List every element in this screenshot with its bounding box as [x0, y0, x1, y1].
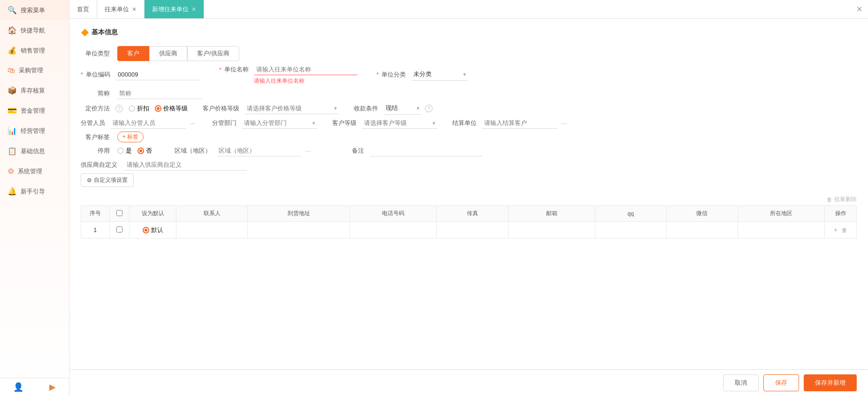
type-btn-customer[interactable]: 客户 [117, 46, 149, 61]
pricing-method-field: 定价方法 ? 折扣 价格等级 [81, 104, 188, 113]
pricing-radio-group: 折扣 价格等级 [129, 104, 188, 113]
save-new-button[interactable]: 保存并新增 [804, 374, 857, 391]
radio-discount-circle [129, 105, 135, 112]
add-row-btn[interactable]: + [834, 227, 837, 233]
select-all-checkbox[interactable] [116, 210, 122, 216]
sidebar-user-icon[interactable]: 👤 [13, 382, 23, 392]
finance-icon: 💳 [8, 106, 17, 115]
close-all-tabs[interactable]: ✕ [851, 0, 868, 18]
payment-terms-value[interactable]: 现结 [384, 102, 421, 115]
department-wrapper: ▼ [242, 117, 317, 129]
sidebar-item-search[interactable]: 🔍 搜索菜单 [0, 0, 69, 20]
sidebar-item-basic-info[interactable]: 📋 基础信息 [0, 141, 69, 161]
cell-phone[interactable] [350, 222, 437, 239]
supplier-custom-label: 供应商自定义 [81, 161, 121, 169]
sidebar-item-finance[interactable]: 💳 资金管理 [0, 101, 69, 121]
tab-close-icon[interactable]: ✕ [132, 6, 137, 13]
tab-home[interactable]: 首页 [69, 0, 97, 18]
tab-counterparty[interactable]: 往来单位 ✕ [97, 0, 145, 18]
save-button[interactable]: 保存 [763, 374, 799, 391]
batch-delete-button[interactable]: 🗑 批量删除 [827, 195, 857, 203]
cell-region[interactable] [738, 222, 825, 239]
contact-table-section: 🗑 批量删除 序号 设为默认 联系人 到货地址 电话号码 传真 [81, 195, 857, 239]
batch-delete-label: 批量删除 [834, 195, 857, 203]
cell-weixin[interactable] [666, 222, 738, 239]
region-input[interactable] [217, 145, 301, 156]
settlement-more-btn[interactable]: ··· [559, 119, 569, 127]
manager-more-btn[interactable]: ··· [188, 119, 197, 127]
manager-input[interactable] [111, 117, 186, 129]
col-address: 到货地址 [248, 206, 350, 222]
remark-input[interactable] [370, 145, 482, 156]
unit-code-input[interactable] [116, 69, 200, 80]
radio-disable-yes[interactable]: 是 [117, 147, 132, 155]
col-default [109, 206, 129, 222]
sidebar-item-system[interactable]: ⚙ 系统管理 [0, 161, 69, 181]
radio-disable-no[interactable]: 否 [137, 147, 152, 155]
contact-input[interactable] [193, 225, 231, 235]
region-more-btn[interactable]: ··· [303, 147, 312, 155]
payment-help-icon[interactable]: ? [425, 105, 433, 112]
customer-level-input[interactable] [362, 117, 437, 129]
tab-close-icon[interactable]: ✕ [191, 6, 196, 13]
delete-icon: 🗑 [827, 196, 832, 203]
type-btn-both[interactable]: 客户/供应商 [187, 46, 239, 61]
delete-row-btn[interactable]: 🗑 [842, 227, 847, 233]
short-name-input[interactable] [117, 88, 202, 99]
custom-settings-button[interactable]: ⚙ 自定义项设置 [81, 173, 134, 187]
sidebar-item-inventory[interactable]: 📦 库存核算 [0, 80, 69, 101]
unit-name-input[interactable] [254, 64, 358, 75]
address-input[interactable] [271, 225, 327, 235]
form-content: 🔶 基本信息 单位类型 客户 供应商 客户/供应商 * 单位编码 * [69, 19, 868, 369]
cancel-button[interactable]: 取消 [723, 374, 759, 391]
region-field: 区域（地区） ··· [175, 145, 312, 156]
unit-category-label: 单位分类 [381, 70, 410, 79]
type-btn-supplier[interactable]: 供应商 [149, 46, 187, 61]
customer-price-level-input[interactable] [245, 103, 339, 114]
pricing-help-icon[interactable]: ? [115, 105, 123, 112]
cell-seq: 1 [81, 222, 110, 239]
manager-row: 分管人员 ··· 分管部门 ▼ 客户等级 ▼ [81, 117, 857, 129]
weixin-input[interactable] [683, 225, 721, 235]
pricing-method-label: 定价方法 [81, 104, 114, 113]
sidebar-item-label: 新手引导 [21, 187, 45, 196]
disable-field: 停用 是 否 [81, 147, 152, 155]
customer-level-wrapper: ▼ [362, 117, 437, 129]
cell-contact[interactable] [176, 222, 248, 239]
row-checkbox[interactable] [116, 226, 122, 233]
fax-input[interactable] [454, 225, 491, 235]
sidebar-item-label: 基础信息 [21, 147, 45, 155]
sidebar-item-purchase[interactable]: 🛍 采购管理 [0, 61, 69, 80]
cell-email[interactable] [508, 222, 595, 239]
system-icon: ⚙ [8, 167, 14, 176]
sidebar-item-quick-nav[interactable]: 🏠 快捷导航 [0, 20, 69, 40]
sidebar-item-sales[interactable]: 💰 销售管理 [0, 40, 69, 61]
sidebar-item-operations[interactable]: 📊 经营管理 [0, 121, 69, 141]
radio-discount[interactable]: 折扣 [129, 104, 149, 113]
radio-price-level[interactable]: 价格等级 [155, 104, 188, 113]
region-cell-input[interactable] [758, 225, 805, 235]
settlement-unit-input[interactable] [482, 117, 557, 129]
add-tag-button[interactable]: + 标签 [117, 132, 144, 142]
sidebar-item-label: 系统管理 [18, 167, 42, 176]
cell-qq[interactable] [595, 222, 666, 239]
phone-input[interactable] [370, 225, 417, 235]
tab-new-counterparty[interactable]: 新增往来单位 ✕ [145, 0, 204, 18]
default-radio[interactable]: 默认 [132, 226, 173, 234]
department-input[interactable] [242, 117, 317, 129]
cell-fax[interactable] [437, 222, 508, 239]
email-input[interactable] [528, 225, 575, 235]
sidebar-item-guide[interactable]: 🔔 新手引导 [0, 181, 69, 202]
sidebar-expand-icon[interactable]: ▶ [49, 382, 56, 392]
supplier-custom-input[interactable] [125, 159, 247, 171]
sales-icon: 💰 [8, 46, 17, 55]
qq-input[interactable] [612, 225, 649, 235]
customer-price-level-field: 客户价格等级 ▼ [203, 103, 339, 114]
sidebar-item-label: 经营管理 [21, 127, 45, 135]
operations-icon: 📊 [8, 126, 17, 135]
search-icon: 🔍 [8, 6, 17, 15]
cell-address[interactable] [248, 222, 350, 239]
unit-category-value[interactable]: 未分类 [411, 68, 468, 81]
col-phone: 电话号码 [350, 206, 437, 222]
supplier-custom-row: 供应商自定义 [81, 159, 857, 171]
